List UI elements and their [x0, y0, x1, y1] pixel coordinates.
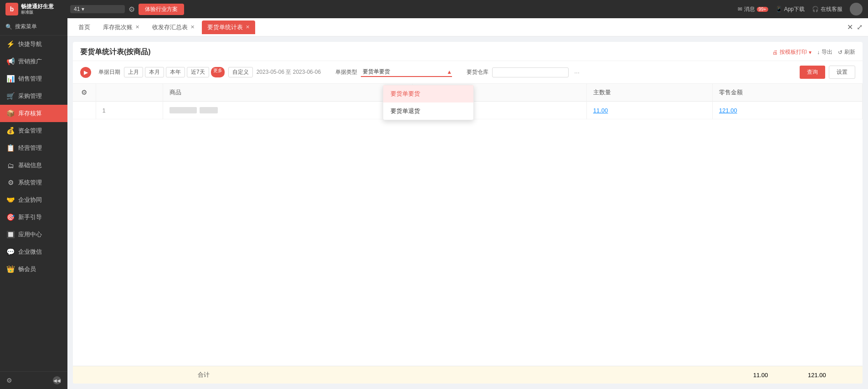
page-header: 要货单统计表(按商品) 🖨 按模板打印 ▾ ↓ 导出 ↺: [73, 42, 863, 61]
sidebar-item-label: 销售管理: [18, 75, 42, 83]
table-settings-col-header[interactable]: ⚙: [73, 84, 96, 102]
filter-settings-button[interactable]: 设置: [829, 66, 855, 79]
row-index-cell: 1: [96, 102, 163, 119]
sidebar-item-label: 系统管理: [18, 179, 42, 187]
inventory-icon: 📦: [6, 109, 15, 118]
sidebar-item-label: 企业微信: [18, 248, 42, 256]
filter-expand-button[interactable]: ▶: [80, 67, 91, 78]
tab-inventory-batch-close[interactable]: ✕: [135, 25, 139, 30]
sidebar-item-member[interactable]: 👑 畅会员: [0, 261, 67, 278]
type-filter-group: 单据类型 ▲: [335, 68, 452, 77]
tab-inventory-batch[interactable]: 库存批次账 ✕: [98, 20, 145, 34]
settings-bottom-icon[interactable]: ⚙: [6, 377, 12, 384]
sidebar-item-system[interactable]: ⚙ 系统管理: [0, 174, 67, 191]
row-settings-cell: [73, 102, 96, 119]
export-icon: ↓: [817, 49, 820, 56]
message-label: 消息: [744, 5, 755, 13]
logo-area: b 畅捷通好生意 标准版: [5, 3, 65, 15]
guide-icon: 🎯: [6, 213, 15, 221]
date-this-year-btn[interactable]: 本年: [166, 67, 185, 77]
type-dropdown: 要货单要货 要货单退货: [383, 85, 474, 120]
tab-order-stats[interactable]: 要货单统计表 ✕: [202, 20, 255, 34]
type-filter-input[interactable]: [361, 68, 447, 76]
header-gear-icon[interactable]: ⚙: [128, 5, 135, 14]
dropdown-item-order-return[interactable]: 要货单退货: [383, 102, 473, 120]
sales-icon: 📊: [6, 75, 15, 83]
store-selector[interactable]: 41 ▾: [70, 5, 125, 13]
message-badge: 99+: [757, 7, 768, 12]
online-service-label: 在线客服: [821, 5, 842, 13]
app-download-label: App下载: [784, 5, 805, 13]
refresh-button[interactable]: ↺ 刷新: [838, 48, 855, 56]
sidebar-item-basics[interactable]: 🗂 基础信息: [0, 157, 67, 174]
logo-icon: b: [5, 3, 18, 15]
message-item[interactable]: ✉ 消息 99+: [738, 5, 768, 13]
marketing-icon: 📢: [6, 57, 15, 66]
date-custom-btn[interactable]: 自定义: [228, 67, 253, 77]
headset-icon: 🎧: [812, 6, 819, 12]
dropdown-item-order-goods[interactable]: 要货单要货: [383, 85, 473, 102]
tab-receivables[interactable]: 收发存汇总表 ✕: [147, 20, 200, 34]
type-input-wrapper: ▲: [361, 68, 452, 77]
sidebar-item-purchase[interactable]: 🛒 采购管理: [0, 87, 67, 105]
footer-sales-amount-total: 121.00: [801, 372, 856, 379]
date-last-month-btn[interactable]: 上月: [124, 67, 143, 77]
tab-order-stats-close[interactable]: ✕: [246, 25, 250, 30]
message-icon: ✉: [738, 6, 742, 12]
sidebar-item-sales[interactable]: 📊 销售管理: [0, 70, 67, 87]
sidebar-item-guide[interactable]: 🎯 新手引导: [0, 209, 67, 226]
tab-expand-icon[interactable]: ⤢: [857, 23, 863, 31]
product-name-placeholder: [169, 107, 197, 113]
sidebar-search[interactable]: 🔍 搜索菜单: [0, 18, 67, 36]
date-last-7days-btn[interactable]: 近7天: [187, 67, 209, 77]
promo-button[interactable]: 体验行业方案: [139, 4, 184, 15]
sidebar-item-label: 经营管理: [18, 144, 42, 152]
export-button[interactable]: ↓ 导出: [817, 48, 832, 56]
sidebar-item-operations[interactable]: 📋 经营管理: [0, 139, 67, 157]
sidebar-item-app-center[interactable]: 🔲 应用中心: [0, 226, 67, 243]
tab-order-stats-label: 要货单统计表: [207, 23, 243, 31]
tab-home[interactable]: 首页: [73, 20, 96, 34]
print-chevron-icon: ▾: [809, 49, 812, 56]
sidebar-item-marketing[interactable]: 📢 营销推广: [0, 53, 67, 70]
user-avatar[interactable]: [850, 3, 863, 15]
row-product-cell: [163, 102, 412, 119]
chevron-down-icon: ▾: [82, 6, 84, 12]
sidebar-item-label: 畅会员: [18, 265, 36, 273]
page-content: 要货单统计表(按商品) 🖨 按模板打印 ▾ ↓ 导出 ↺: [67, 36, 868, 389]
sidebar-item-enterprise[interactable]: 🤝 企业协同: [0, 191, 67, 209]
tab-receivables-close[interactable]: ✕: [190, 25, 195, 30]
date-filter-group: 单据日期 上月 本月 本年 近7天 更多 自定义 2023-05-06 至 20…: [98, 67, 321, 77]
query-button[interactable]: 查询: [800, 66, 825, 79]
sidebar-item-label: 应用中心: [18, 230, 42, 239]
online-service-item[interactable]: 🎧 在线客服: [812, 5, 842, 13]
type-chevron-up-icon[interactable]: ▲: [447, 69, 452, 75]
table-product-col-header: 商品: [163, 84, 412, 102]
sidebar-item-label: 采购管理: [18, 92, 42, 100]
header-center: 41 ▾ ⚙ 体验行业方案: [70, 4, 732, 15]
dropdown-item-order-return-label: 要货单退货: [390, 107, 420, 114]
print-button[interactable]: 🖨 按模板打印 ▾: [772, 48, 812, 56]
date-this-month-btn[interactable]: 本月: [145, 67, 164, 77]
type-filter-label: 单据类型: [335, 68, 357, 76]
print-icon: 🖨: [772, 49, 778, 56]
table-index-col-header: [96, 84, 163, 102]
sidebar-item-label: 营销推广: [18, 57, 42, 66]
tab-receivables-label: 收发存汇总表: [152, 23, 188, 31]
store-name: 41: [74, 6, 80, 12]
warehouse-filter-input[interactable]: [492, 67, 569, 77]
sidebar-bottom: ⚙ ◀◀: [0, 371, 67, 389]
sidebar-item-wechat[interactable]: 💬 企业微信: [0, 243, 67, 261]
sidebar-item-inventory[interactable]: 📦 库存核算: [0, 105, 67, 122]
sidebar-item-finance[interactable]: 💰 资金管理: [0, 122, 67, 139]
sidebar-collapse-btn[interactable]: ◀◀: [53, 376, 61, 384]
footer-quantity-total: 11.00: [747, 372, 801, 379]
operations-icon: 📋: [6, 144, 15, 152]
app-download-item[interactable]: 📱 App下载: [776, 5, 805, 13]
sidebar-item-quick-nav[interactable]: ⚡ 快捷导航: [0, 36, 67, 53]
table-footer: 合计 11.00 121.00: [73, 366, 863, 384]
member-icon: 👑: [6, 265, 15, 273]
tab-close-all-icon[interactable]: ✕: [847, 23, 853, 31]
warehouse-more-icon[interactable]: ···: [574, 69, 580, 76]
search-icon: 🔍: [5, 24, 12, 30]
